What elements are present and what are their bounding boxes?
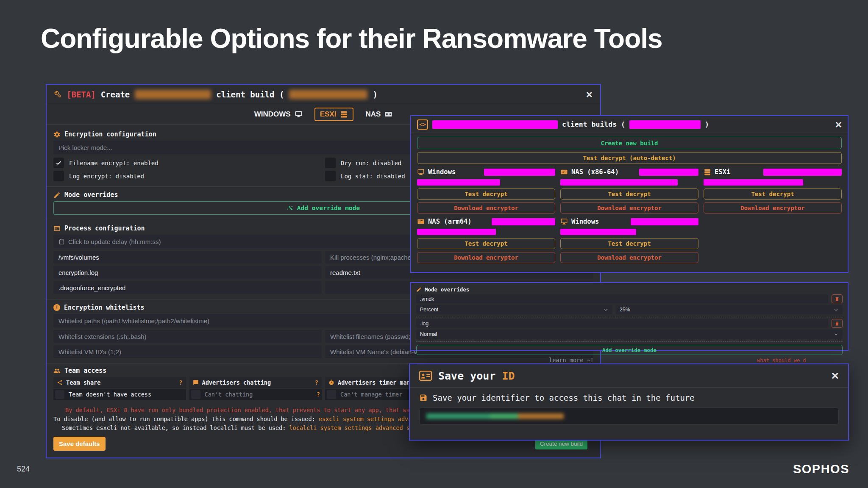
override-percent-value: 25% [620,307,630,313]
override-mode-value: Normal [420,331,437,337]
override-mode-value: Percent [420,307,438,313]
team-no-access-checkbox[interactable]: Team doesn't have access [53,389,186,400]
delete-override-button[interactable] [832,294,843,303]
tab-esxi[interactable]: ESXI [314,108,354,121]
test-decrypt-label: Test decrypt [751,191,794,197]
team-share-header: Team share ? [53,377,186,388]
encryption-log-input[interactable]: encryption.log [53,266,322,279]
help-icon[interactable]: ? [315,379,318,386]
redacted-group-name [135,90,211,99]
vmfs-volumes-input[interactable]: /vmfs/volumes [53,251,322,263]
dashed-divider [416,341,843,342]
dialog-title-mid: client build ( [216,90,284,99]
test-decrypt-auto-button[interactable]: Test decrypt (auto-detect) [417,152,842,164]
nas-icon [417,218,425,225]
chat-text-fragment: what should we d [757,358,806,363]
chevron-down-icon [833,307,839,313]
add-override-mode-button[interactable]: Add override mode [416,345,843,355]
whitelist-paths-placeholder: Whitelist paths (/path1/whitelistme;/pat… [58,317,209,324]
redacted-build-hash [417,229,496,235]
code-brackets-icon: <> [417,119,428,130]
checkbox-icon [55,390,64,399]
whitelist-filenames-placeholder: Whitelist filenames (passwd;sh [330,333,417,340]
download-encryptor-label: Download encryptor [454,205,518,211]
download-encryptor-button[interactable]: Download encryptor [560,252,698,263]
close-icon[interactable]: × [831,369,839,382]
download-encryptor-button[interactable]: Download encryptor [417,252,555,263]
help-icon[interactable]: ? [179,379,182,386]
whitelist-extensions-input[interactable]: Whitelist extensions (.sh;.bash) [53,330,322,343]
chat-icon [193,380,199,385]
share-icon [57,380,63,385]
override-mode-select[interactable]: Percent [416,305,612,314]
readme-value: readme.txt [330,269,360,276]
team-access-title: Team access [64,367,106,374]
download-encryptor-button[interactable]: Download encryptor [560,202,698,214]
client-builds-title: client builds ( [562,120,625,128]
override-percent-select[interactable]: 25% [616,305,843,314]
test-decrypt-button[interactable]: Test decrypt [560,189,698,200]
delete-override-button[interactable] [832,319,843,328]
log-encrypt-checkbox[interactable]: Log encrypt: disabled [53,171,322,181]
download-encryptor-label: Download encryptor [597,254,662,261]
create-new-build-button[interactable]: Create new build [417,137,842,149]
checkbox-icon [191,390,200,399]
redacted-group-name [432,120,558,129]
process-card-icon [53,225,61,232]
download-encryptor-button[interactable]: Download encryptor [417,202,555,214]
checkbox-icon [325,171,336,181]
tab-windows[interactable]: WINDOWS [254,110,303,119]
close-icon[interactable]: × [586,89,593,100]
build-card: Windows Test decrypt Download encryptor [417,168,555,214]
create-build-dialog-header: [BETA] Create client build ( ) × [47,85,600,104]
override-extension-value: .vmdk [420,296,434,302]
filename-encrypt-checkbox[interactable]: Filename encrypt: enabled [53,158,322,168]
whitelist-vm-ids-input[interactable]: Whitelist VM ID's (1;2) [53,345,322,358]
build-os-label: ESXi [715,168,730,176]
override-extension-input[interactable]: .vmdk [416,294,828,303]
whitelist-vm-ids-placeholder: Whitelist VM ID's (1;2) [58,348,121,355]
note-line-2-code: esxcli system settings advanc [319,416,419,422]
pencil-icon [416,287,422,292]
client-builds-header: <> client builds ( ) × [411,116,848,133]
identifier-input[interactable] [419,408,839,424]
close-icon[interactable]: × [835,119,842,130]
test-decrypt-auto-label: Test decrypt (auto-detect) [583,155,676,161]
test-decrypt-button[interactable]: Test decrypt [560,238,698,249]
download-encryptor-button[interactable]: Download encryptor [704,202,842,214]
cant-manage-timer-label: Can't manage timer [340,391,402,398]
note-line-2-text: To disable (and allow to run compatible … [53,416,319,422]
save-defaults-button[interactable]: Save defaults [53,437,106,451]
checkbox-checked-icon [53,158,64,168]
tab-nas[interactable]: NAS [365,110,392,119]
encryption-config-title: Encryption configuration [64,130,156,138]
encryption-log-value: encryption.log [58,269,98,276]
learn-more-fragment[interactable]: learn more ~! [549,357,594,363]
test-decrypt-button[interactable]: Test decrypt [417,189,555,200]
test-decrypt-button[interactable]: Test decrypt [417,238,555,249]
help-icon[interactable]: ? [317,391,320,398]
monitor-icon [295,110,303,118]
page-number: 524 [17,465,30,474]
cant-chatting-checkbox[interactable]: Can't chatting ? [189,389,322,400]
monitor-icon [417,168,425,176]
test-decrypt-label: Test decrypt [608,240,651,247]
build-card-header: NAS (x86-64) [560,168,698,176]
mode-overrides-panel-title: Mode overrides [425,286,469,293]
test-decrypt-label: Test decrypt [465,191,507,197]
save-id-title-text: Save your [438,370,502,382]
override-row-ext: .vmdk [416,294,843,303]
cant-chatting-label: Can't chatting [205,391,253,398]
redacted-build-hash [560,179,678,186]
override-row-ext: .log [416,319,843,328]
test-decrypt-button[interactable]: Test decrypt [704,189,842,200]
extension-input[interactable]: .dragonforce_encrypted [53,281,322,294]
floppy-save-icon [419,394,428,402]
create-new-build-label: Create new build [540,441,583,447]
advertisers-chatting-label: Advertisers chatting [202,379,271,386]
dashed-divider [416,317,843,317]
extension-value: .dragonforce_encrypted [58,284,125,291]
override-mode-select[interactable]: Normal [416,330,843,339]
build-card-header: NAS (arm64) [417,217,555,226]
override-extension-input[interactable]: .log [416,319,828,328]
